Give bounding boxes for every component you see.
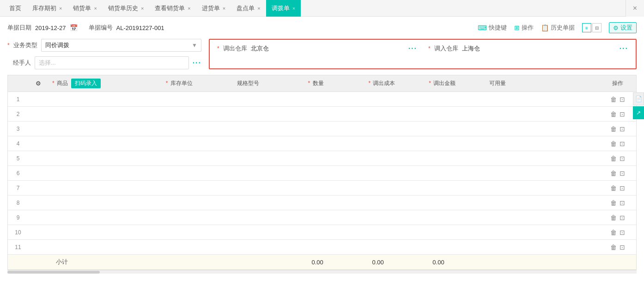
number-field-group: 单据编号 AL-20191227-001 <box>89 24 164 32</box>
business-type-value: 同价调拨 <box>45 41 69 49</box>
date-field-group: 单据日期 2019-12-27 📅 <box>7 24 78 32</box>
delete-icon-row7[interactable]: 🗑 <box>610 184 617 192</box>
transfer-out-more-icon[interactable]: ··· <box>408 44 417 53</box>
tab-inventory-init[interactable]: 库存期初 × <box>27 0 67 17</box>
col-settings-header[interactable]: ⚙ <box>28 80 49 87</box>
copy-icon-row8[interactable]: ⊡ <box>620 199 625 207</box>
tab-purchase-order[interactable]: 进货单 × <box>196 0 231 17</box>
tab-bar: 首页 库存期初 × 销货单 × 销货单历史 × 查看销货单 × 进货单 × 盘点… <box>0 0 644 17</box>
tab-view-sales[interactable]: 查看销货单 × <box>149 0 196 17</box>
number-value: AL-20191227-001 <box>116 24 164 31</box>
tab-sales-order[interactable]: 销货单 × <box>67 0 102 17</box>
col-op-header: 操作 <box>599 79 636 87</box>
layout-grid-button[interactable]: ⊟ <box>592 23 601 32</box>
horizontal-scrollbar[interactable] <box>7 270 637 274</box>
col-cost-header: * 调出成本 <box>365 79 425 87</box>
form-left: * 业务类型 同价调拨 ▼ 经手人 选择... ··· <box>7 39 201 69</box>
tab-close-view-sales[interactable]: × <box>188 6 190 11</box>
table-header: ⚙ * 商品 扫码录入 * 库存单位 规格型号 <box>8 75 636 92</box>
transfer-in-label: 调入仓库 <box>434 44 458 53</box>
subtotal-row: 小计 0.00 0.00 0.00 <box>8 255 636 269</box>
business-type-arrow-icon: ▼ <box>192 42 197 49</box>
handler-more-icon[interactable]: ··· <box>193 59 201 67</box>
col-available-header: 可用量 <box>486 79 599 87</box>
tab-home[interactable]: 首页 <box>4 0 27 17</box>
scrollbar-thumb[interactable] <box>7 271 100 274</box>
settings-button[interactable]: ⚙ 设置 <box>609 22 637 33</box>
transfer-in-more-icon[interactable]: ··· <box>620 44 628 53</box>
copy-icon-row10[interactable]: ⊡ <box>620 229 625 236</box>
transfer-out-value: 北京仓 <box>251 44 269 53</box>
tab-close-transfer-order[interactable]: × <box>292 6 295 11</box>
table-row: 3🗑⊡ <box>8 122 636 136</box>
table-settings-icon[interactable]: ⚙ <box>36 80 41 87</box>
delete-icon-row9[interactable]: 🗑 <box>610 214 617 221</box>
delete-icon-row2[interactable]: 🗑 <box>610 110 617 118</box>
table-row: 7🗑⊡ <box>8 181 636 195</box>
copy-icon-row7[interactable]: ⊡ <box>620 184 625 192</box>
tab-sales-history[interactable]: 销货单历史 × <box>103 0 149 17</box>
copy-icon-row6[interactable]: ⊡ <box>620 170 625 177</box>
scan-entry-button[interactable]: 扫码录入 <box>71 79 101 88</box>
header-row: 单据日期 2019-12-27 📅 单据编号 AL-20191227-001 ⌨… <box>7 22 637 33</box>
form-area: * 业务类型 同价调拨 ▼ 经手人 选择... ··· <box>7 39 637 69</box>
side-document-button[interactable]: 📄 <box>633 92 644 105</box>
table-row: 8🗑⊡ <box>8 195 636 210</box>
window-close-button[interactable]: × <box>626 0 644 17</box>
table-row: 6🗑⊡ <box>8 166 636 181</box>
history-button[interactable]: 📋 历史单据 <box>541 24 575 32</box>
col-unit-header: * 库存单位 <box>162 79 233 87</box>
tab-close-sales-order[interactable]: × <box>94 6 97 11</box>
tab-close-purchase-order[interactable]: × <box>223 6 225 11</box>
copy-icon-row2[interactable]: ⊡ <box>620 110 625 118</box>
table-row: 2🗑⊡ <box>8 107 636 122</box>
transfer-in-field: * 调入仓库 上海仓 ··· <box>428 44 628 53</box>
right-side-buttons: 📄 ↗ <box>633 92 644 119</box>
table-wrapper: ⚙ * 商品 扫码录入 * 库存单位 规格型号 <box>7 75 637 270</box>
tab-close-sales-history[interactable]: × <box>141 6 144 11</box>
date-label: 单据日期 <box>7 24 31 32</box>
business-type-select[interactable]: 同价调拨 ▼ <box>41 39 201 52</box>
transfer-in-value: 上海仓 <box>462 44 480 53</box>
calendar-icon[interactable]: 📅 <box>70 24 78 31</box>
warehouse-form: * 调出仓库 北京仓 ··· * 调入仓库 上海仓 ··· <box>209 39 637 69</box>
main-content: 单据日期 2019-12-27 📅 单据编号 AL-20191227-001 ⌨… <box>0 17 644 279</box>
copy-icon-row11[interactable]: ⊡ <box>620 244 625 251</box>
subtotal-label: 小计 <box>52 258 72 265</box>
delete-icon-row4[interactable]: 🗑 <box>610 140 617 147</box>
copy-icon-row4[interactable]: ⊡ <box>620 140 625 147</box>
transfer-out-field: * 调出仓库 北京仓 ··· <box>217 44 417 53</box>
page-container: 首页 库存期初 × 销货单 × 销货单历史 × 查看销货单 × 进货单 × 盘点… <box>0 0 644 293</box>
business-type-field: * 业务类型 同价调拨 ▼ <box>7 39 201 52</box>
table-row: 9🗑⊡ <box>8 210 636 225</box>
layout-list-button[interactable]: ≡ <box>582 23 591 32</box>
handler-label: 经手人 <box>13 59 31 67</box>
delete-icon-row6[interactable]: 🗑 <box>610 170 617 177</box>
delete-icon-row3[interactable]: 🗑 <box>610 125 617 133</box>
shortcut-icon: ⌨ <box>478 24 487 31</box>
delete-icon-row10[interactable]: 🗑 <box>610 229 617 236</box>
delete-icon-row5[interactable]: 🗑 <box>610 155 617 162</box>
tab-transfer-order[interactable]: 调拨单 × <box>266 0 301 17</box>
tab-inventory-count[interactable]: 盘点单 × <box>231 0 266 17</box>
transfer-out-label: 调出仓库 <box>223 44 247 53</box>
delete-icon-row8[interactable]: 🗑 <box>610 199 617 207</box>
subtotal-amount: 0.00 <box>429 259 448 266</box>
handler-select[interactable]: 选择... <box>35 56 189 69</box>
copy-icon-row3[interactable]: ⊡ <box>620 125 625 133</box>
operations-button[interactable]: ⊞ 操作 <box>514 24 534 32</box>
shortcuts-button[interactable]: ⌨ 快捷键 <box>478 24 507 32</box>
tab-close-inventory-count[interactable]: × <box>257 6 260 11</box>
copy-icon-row9[interactable]: ⊡ <box>620 214 625 221</box>
subtotal-qty: 0.00 <box>308 259 327 266</box>
transfer-in-required: * <box>428 45 431 52</box>
col-qty-header: * 数量 <box>304 79 365 87</box>
table-row: 1🗑⊡ <box>8 92 636 107</box>
side-export-button[interactable]: ↗ <box>633 106 644 119</box>
delete-icon-row1[interactable]: 🗑 <box>610 96 617 103</box>
copy-icon-row5[interactable]: ⊡ <box>620 155 625 162</box>
warehouse-row: * 调出仓库 北京仓 ··· * 调入仓库 上海仓 ··· <box>217 44 628 53</box>
copy-icon-row1[interactable]: ⊡ <box>620 96 625 103</box>
tab-close-inventory-init[interactable]: × <box>59 6 62 11</box>
delete-icon-row11[interactable]: 🗑 <box>610 244 617 251</box>
